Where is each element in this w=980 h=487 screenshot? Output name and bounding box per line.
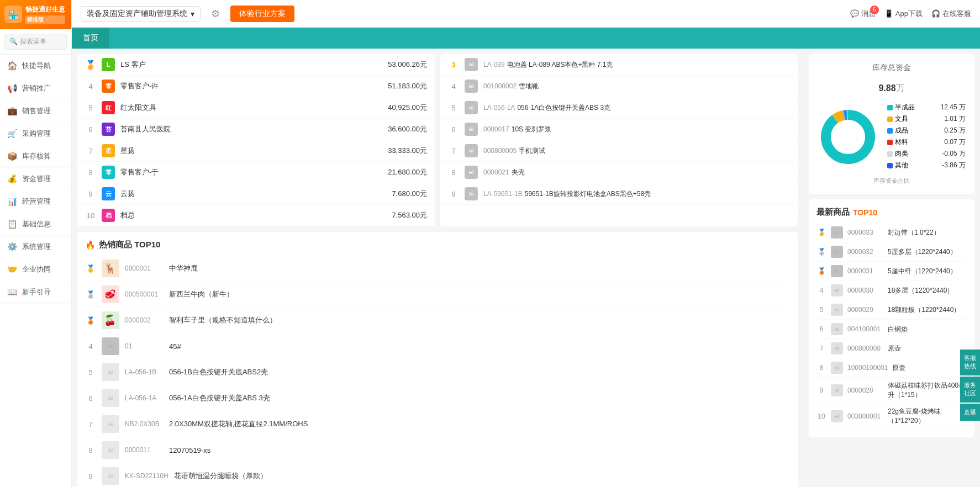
service-community-button[interactable]: 服务 社区 — [960, 377, 980, 403]
table-row: 10 档 档总 7,563.00元 — [77, 205, 435, 226]
settings-button[interactable]: ⚙ — [207, 6, 224, 22]
product-icon: Ai — [831, 410, 843, 422]
svg-point-11 — [831, 120, 865, 153]
sidebar-item-qiye[interactable]: 🤝 企业协同 — [0, 258, 71, 281]
hot-products-title: 🔥 热销商品 TOP10 — [85, 240, 790, 250]
sidebar-item-xitong[interactable]: ⚙️ 系统管理 — [0, 236, 71, 258]
sidebar-item-caigou[interactable]: 🛒 采购管理 — [0, 123, 71, 145]
avatar: Ai — [465, 80, 478, 93]
page-tabs: 首页 — [72, 28, 980, 49]
sidebar-item-zijin[interactable]: 💰 资金管理 — [0, 168, 71, 190]
tab-home[interactable]: 首页 — [72, 28, 109, 49]
svg-text:🍒: 🍒 — [104, 314, 117, 326]
sidebar-item-jichu[interactable]: 📋 基础信息 — [0, 213, 71, 236]
product-icon: Ai — [831, 384, 843, 396]
avatar: 零 — [102, 166, 115, 179]
product-image: 🍒 — [102, 311, 119, 329]
message-icon: 💬 — [850, 9, 859, 18]
table-row: 6 苔 苔南县人民医院 36,600.00元 — [77, 119, 435, 140]
latest-products-title: 最新商品 TOP10 — [816, 207, 967, 218]
list-item: 6 Ai 004100001 白钢垫 — [816, 320, 967, 339]
legend-row: 半成品 12.45 万 — [887, 103, 966, 112]
svg-text:🦌: 🦌 — [104, 262, 117, 274]
list-item: 10 Ai 003800001 22g鱼豆腐-烧烤味（1*12*20） — [816, 404, 967, 430]
list-item: 9 Ai KK-SD22110H 花语萌恒温分腿睡袋（厚款） — [85, 463, 790, 487]
top-header: 装备及固定资产辅助管理系统 ▾ ⚙ 体验行业方案 💬 消息 6 📱 App下载 … — [72, 0, 980, 28]
system-name: 装备及固定资产辅助管理系统 — [87, 9, 187, 19]
legend-dot — [887, 105, 893, 110]
headset-icon: 🎧 — [931, 9, 940, 18]
table-row: 7 星 星扬 33,333.00元 — [77, 140, 435, 162]
table-row: 4 零 零售客户-许 51,183.00元 — [77, 76, 435, 97]
handshake-icon: 🤝 — [7, 264, 18, 275]
online-service-button[interactable]: 🎧 在线客服 — [931, 9, 971, 19]
logo: 🏪 畅捷通好生意 标准版 — [0, 0, 71, 29]
list-item: 🥈 Ai 0000032 5厘多层（1220*2440） — [816, 242, 967, 262]
avatar: L — [102, 58, 115, 71]
list-item: 4 Ai 01 45# — [85, 334, 790, 359]
logo-icon: 🏪 — [4, 6, 22, 23]
sidebar-search-area: 🔍 搜索菜单 — [0, 29, 71, 55]
sidebar-item-jingying[interactable]: 📊 经营管理 — [0, 190, 71, 213]
table-row: 6 Ai 000001710S 变刹罗浆 — [440, 119, 798, 140]
svg-text:🥩: 🥩 — [104, 288, 117, 300]
chart-icon: 📊 — [7, 196, 18, 207]
book-icon: 📖 — [7, 287, 18, 298]
message-button[interactable]: 💬 消息 6 — [850, 9, 876, 19]
main-area: 装备及固定资产辅助管理系统 ▾ ⚙ 体验行业方案 💬 消息 6 📱 App下载 … — [72, 0, 980, 487]
product-image: Ai — [102, 389, 119, 407]
table-row: 9 Ai LA-59651-1B59651-1B旋转投影灯电池盒ABS黑色+58… — [440, 183, 798, 205]
system-selector[interactable]: 装备及固定资产辅助管理系统 ▾ — [81, 6, 201, 22]
sidebar-item-yingxiao[interactable]: 📢 营销推广 — [0, 77, 71, 100]
avatar: 零 — [102, 80, 115, 93]
avatar: 红 — [102, 101, 115, 114]
sidebar-item-kuaijie[interactable]: 🏠 快捷导航 — [0, 55, 71, 77]
product-icon: Ai — [831, 304, 843, 316]
customer-top10-card: 🥇 L LS 客户 53,006.26元 4 零 零售客户-许 51,183.0… — [77, 54, 435, 226]
legend-row: 文具 1.01 万 — [887, 114, 966, 124]
product-rank-card: 3 Ai LA-089电池盖 LA-089 ABS本色+黑种 7.1克 4 Ai… — [440, 54, 798, 226]
list-item: 9 Ai 0000028 体磁荔枝味苏打饮品400毫升（1*15） — [816, 378, 967, 404]
product-image: Ai — [102, 363, 119, 381]
legend-dot — [887, 140, 893, 145]
product-icon: Ai — [831, 284, 843, 297]
sidebar-item-xiaoshou[interactable]: 💼 销售管理 — [0, 100, 71, 123]
middle-area: 🥇 L LS 客户 53,006.26元 4 零 零售客户-许 51,183.0… — [72, 49, 803, 487]
phone-icon: 📱 — [884, 9, 893, 18]
home-icon: 🏠 — [7, 60, 18, 71]
product-image: 🥩 — [102, 285, 119, 303]
avatar: Ai — [465, 101, 478, 114]
app-download-button[interactable]: 📱 App下载 — [884, 9, 923, 19]
legend-row: 其他 -3.86 万 — [887, 161, 966, 170]
live-stream-button[interactable]: 直播 — [960, 404, 980, 421]
product-rank-table: 3 Ai LA-089电池盖 LA-089 ABS本色+黑种 7.1克 4 Ai… — [440, 54, 798, 205]
product-icon: Ai — [831, 362, 843, 374]
fire-icon: 🔥 — [85, 240, 96, 250]
sidebar-item-kucun[interactable]: 📦 库存核算 — [0, 145, 71, 168]
avatar: Ai — [465, 166, 478, 179]
inventory-title: 库存总资金 — [818, 63, 966, 73]
right-area: 库存总资金 9.88万 — [803, 49, 980, 487]
legend-dot — [887, 117, 893, 122]
trial-button[interactable]: 体验行业方案 — [230, 6, 294, 22]
cart-icon: 🛒 — [7, 128, 18, 139]
product-image: 🦌 — [102, 260, 119, 277]
legend-dot — [887, 163, 893, 168]
logo-tag: 标准版 — [25, 15, 65, 24]
legend-dot — [887, 151, 893, 157]
message-badge: 6 — [870, 6, 879, 14]
logo-name: 畅捷通好生意 — [25, 6, 65, 14]
donut-chart — [818, 107, 878, 169]
product-icon: Ai — [831, 342, 843, 354]
list-item: 8 Ai 0000011 12070519-xs — [85, 437, 790, 463]
customer-service-button[interactable]: 客服 热线 — [960, 350, 980, 375]
list-item: 🥇 Ai 0000033 封边带（1.0*22） — [816, 223, 967, 242]
legend-row: 成品 0.25 万 — [887, 126, 966, 135]
search-menu-button[interactable]: 🔍 搜索菜单 — [4, 34, 67, 50]
legend-row: 材料 0.07 万 — [887, 137, 966, 147]
megaphone-icon: 📢 — [7, 83, 18, 94]
legend-dot — [887, 128, 893, 134]
clipboard-icon: 📋 — [7, 219, 18, 230]
sidebar-item-xinshou[interactable]: 📖 新手引导 — [0, 281, 71, 304]
table-row: 8 Ai 0000021夹壳 — [440, 162, 798, 183]
